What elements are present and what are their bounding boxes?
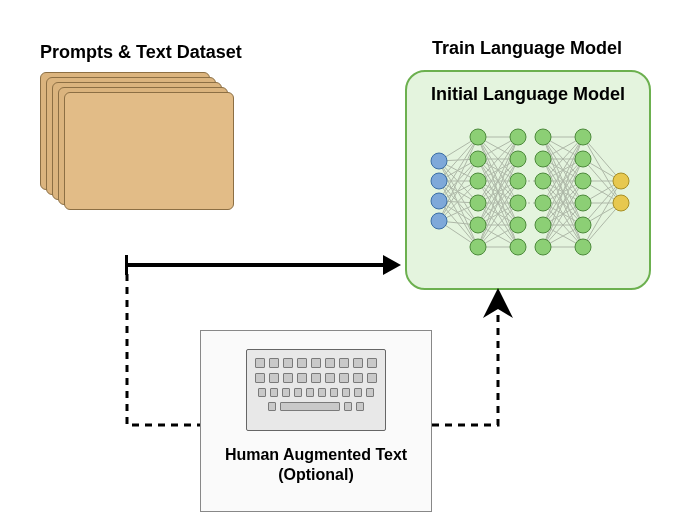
svg-point-122 <box>510 173 526 189</box>
svg-point-110 <box>431 153 447 169</box>
neural-network-icon <box>423 113 633 273</box>
svg-point-119 <box>470 239 486 255</box>
svg-point-134 <box>575 173 591 189</box>
train-heading: Train Language Model <box>432 38 622 59</box>
svg-point-112 <box>431 193 447 209</box>
svg-point-123 <box>510 195 526 211</box>
svg-point-111 <box>431 173 447 189</box>
svg-point-138 <box>613 173 629 189</box>
dataset-card <box>64 92 234 210</box>
svg-point-133 <box>575 151 591 167</box>
svg-point-135 <box>575 195 591 211</box>
svg-point-118 <box>470 217 486 233</box>
lm-box-title: Initial Language Model <box>417 84 639 105</box>
svg-point-131 <box>535 239 551 255</box>
svg-point-115 <box>470 151 486 167</box>
svg-point-125 <box>510 239 526 255</box>
keyboard-icon <box>246 349 386 431</box>
svg-point-120 <box>510 129 526 145</box>
dataset-card-stack <box>40 72 240 212</box>
svg-point-136 <box>575 217 591 233</box>
svg-point-128 <box>535 173 551 189</box>
svg-point-124 <box>510 217 526 233</box>
svg-point-114 <box>470 129 486 145</box>
svg-point-130 <box>535 217 551 233</box>
arrow-dataset-to-model <box>125 255 405 275</box>
human-augmented-label: Human Augmented Text (Optional) <box>211 445 421 485</box>
svg-line-108 <box>583 181 621 247</box>
svg-point-139 <box>613 195 629 211</box>
svg-point-137 <box>575 239 591 255</box>
human-augmented-box: Human Augmented Text (Optional) <box>200 330 432 512</box>
svg-point-117 <box>470 195 486 211</box>
svg-point-126 <box>535 129 551 145</box>
svg-point-129 <box>535 195 551 211</box>
language-model-box: Initial Language Model <box>405 70 651 290</box>
svg-point-113 <box>431 213 447 229</box>
dataset-heading: Prompts & Text Dataset <box>40 42 242 63</box>
svg-point-132 <box>575 129 591 145</box>
svg-point-127 <box>535 151 551 167</box>
svg-point-116 <box>470 173 486 189</box>
svg-point-121 <box>510 151 526 167</box>
